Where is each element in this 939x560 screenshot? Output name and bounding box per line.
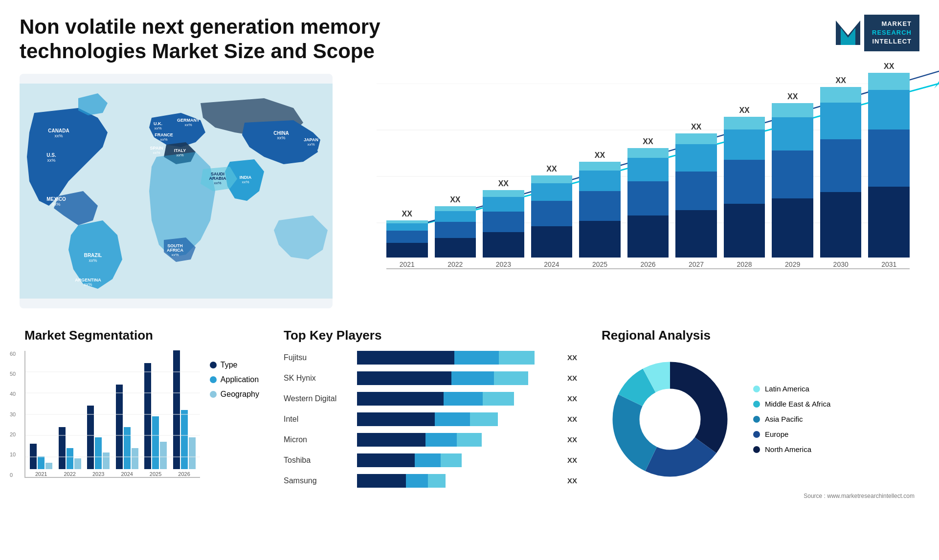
- player-xx-intel: XX: [567, 415, 577, 423]
- growth-bar-chart: XX 2021 XX: [386, 84, 910, 269]
- year-label-2027: 2027: [689, 260, 704, 268]
- bar-label-2027: XX: [691, 123, 701, 131]
- player-toshiba: Toshiba XX: [284, 453, 577, 467]
- year-label-2021: 2021: [400, 260, 415, 268]
- seg-geo-bar-2025: [160, 442, 167, 469]
- players-list: Fujitsu XX SK Hynix: [284, 351, 577, 488]
- svg-text:xx%: xx%: [277, 135, 285, 140]
- svg-text:xx%: xx%: [154, 126, 161, 130]
- seg-year-2022: 2022: [64, 471, 75, 477]
- svg-text:GERMANY: GERMANY: [177, 118, 200, 123]
- bar-stack-2026: [627, 148, 669, 258]
- seg-type-bar-2023: [87, 406, 94, 469]
- seg-group-2026: 2026: [171, 350, 197, 477]
- seg-year-2023: 2023: [92, 471, 104, 477]
- player-name-toshiba: Toshiba: [284, 456, 352, 465]
- middle-east-africa-label: Middle East & Africa: [765, 400, 830, 408]
- seg-type-bar-2024: [116, 385, 123, 469]
- bar-2030: XX 2030: [820, 76, 862, 268]
- year-label-2030: 2030: [833, 260, 849, 268]
- seg-app-bar-2023: [95, 437, 102, 469]
- donut-container: [602, 351, 738, 488]
- map-section: CANADA xx% U.S. xx% MEXICO xx% BRAZIL xx…: [20, 74, 333, 308]
- svg-text:U.K.: U.K.: [154, 121, 162, 126]
- bar-label-2023: XX: [498, 179, 509, 188]
- seg-bars-2023: [87, 406, 110, 469]
- seg-geo-bar-2026: [189, 437, 196, 469]
- svg-text:xx%: xx%: [242, 180, 249, 184]
- bar-2022: XX 2022: [435, 195, 476, 268]
- player-xx-fujitsu: XX: [567, 353, 577, 362]
- bar-2029: XX 2029: [772, 92, 813, 268]
- svg-text:FRANCE: FRANCE: [155, 132, 173, 137]
- player-intel: Intel XX: [284, 412, 577, 426]
- seg-type-bar-2022: [59, 427, 66, 469]
- seg-group-2021: 2021: [28, 444, 54, 477]
- seg-bars-2021: [30, 444, 52, 469]
- regional-title: Regional Analysis: [602, 328, 915, 343]
- year-label-2029: 2029: [785, 260, 800, 268]
- svg-text:ITALY: ITALY: [174, 148, 186, 153]
- asia-pacific-dot: [753, 416, 760, 423]
- top-row: CANADA xx% U.S. xx% MEXICO xx% BRAZIL xx…: [20, 74, 919, 308]
- bar-label-2031: XX: [884, 62, 894, 71]
- seg-year-2021: 2021: [35, 471, 47, 477]
- bar-stack-2029: [772, 103, 813, 258]
- asia-pacific-label: Asia Pacific: [765, 415, 803, 423]
- svg-text:xx%: xx%: [84, 282, 92, 287]
- bar-stack-2028: [724, 117, 765, 258]
- player-xx-toshiba: XX: [567, 456, 577, 464]
- regional-legend: Latin America Middle East & Africa Asia …: [753, 385, 830, 453]
- player-name-westerndigital: Western Digital: [284, 394, 352, 403]
- seg-group-2024: 2024: [114, 385, 139, 477]
- page-title: Non volatile next generation memory tech…: [20, 15, 460, 64]
- player-bar-samsung: [357, 474, 559, 488]
- seg-app-bar-2025: [152, 416, 159, 469]
- logo-text: MARKET RESEARCH INTELLECT: [864, 15, 919, 51]
- player-bar-intel-bar: [357, 412, 498, 426]
- seg-app-bar-2021: [38, 456, 45, 469]
- player-xx-micron: XX: [567, 435, 577, 444]
- source-text: Source : www.marketresearchintellect.com: [602, 493, 915, 499]
- seg-chart: 0 10 20 30 40 50 60: [24, 351, 200, 478]
- year-label-2022: 2022: [447, 260, 463, 268]
- svg-text:INDIA: INDIA: [240, 175, 252, 180]
- bar-stack-2022: [435, 206, 476, 258]
- year-label-2024: 2024: [544, 260, 559, 268]
- world-map-svg: CANADA xx% U.S. xx% MEXICO xx% BRAZIL xx…: [20, 74, 333, 308]
- player-xx-westerndigital: XX: [567, 394, 577, 403]
- donut-svg: [602, 351, 738, 488]
- seg-bars-2024: [116, 385, 138, 469]
- page-container: Non volatile next generation memory tech…: [0, 0, 939, 560]
- player-skhynix: SK Hynix XX: [284, 371, 577, 385]
- north-america-label: North America: [765, 445, 811, 453]
- bar-2031: XX 2031: [868, 62, 910, 268]
- logo-icon: [836, 21, 860, 45]
- latin-america-label: Latin America: [765, 385, 809, 393]
- svg-text:xx%: xx%: [307, 142, 314, 147]
- seg-year-2026: 2026: [178, 471, 190, 477]
- bar-stack-2031: [868, 73, 910, 258]
- seg-legend-application: Application: [210, 375, 259, 384]
- seg-legend-geography: Geography: [210, 390, 259, 399]
- bar-label-2024: XX: [546, 165, 557, 173]
- seg-y-axis: 0 10 20 30 40 50 60: [10, 351, 16, 478]
- svg-text:MEXICO: MEXICO: [46, 196, 66, 202]
- bar-label-2030: XX: [836, 76, 846, 85]
- player-bar-fujitsu-bar: [357, 351, 535, 365]
- year-label-2023: 2023: [496, 260, 511, 268]
- bar-stack-2030: [820, 87, 862, 258]
- seg-type-bar-2025: [144, 363, 151, 469]
- regional-section: Regional Analysis: [597, 323, 919, 518]
- svg-text:xx%: xx%: [214, 181, 221, 185]
- type-dot: [210, 362, 217, 368]
- bar-2028: XX 2028: [724, 106, 765, 268]
- segmentation-title: Market Segmentation: [24, 328, 259, 343]
- seg-bars-2025: [144, 363, 167, 469]
- north-america-dot: [753, 446, 760, 453]
- geography-dot: [210, 391, 217, 398]
- bottom-row: Market Segmentation 0 10 20 30 40 50 60: [20, 323, 919, 518]
- seg-geo-bar-2022: [74, 458, 81, 469]
- player-name-samsung: Samsung: [284, 476, 352, 485]
- svg-marker-40: [934, 81, 939, 88]
